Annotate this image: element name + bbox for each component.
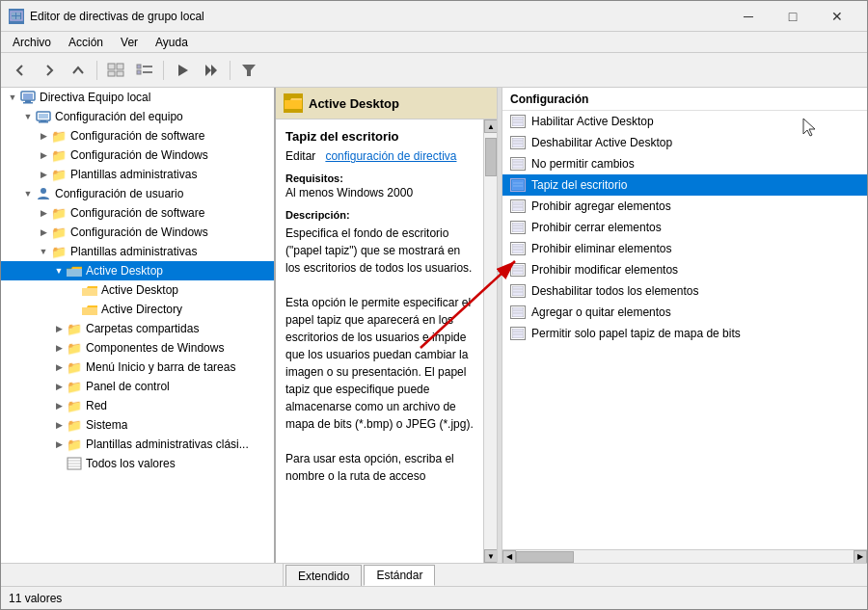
tree-carpetas[interactable]: ▶ 📁 Carpetas compartidas [1, 319, 274, 338]
scrollbar-thumb[interactable] [485, 138, 497, 176]
settings-item-1[interactable]: Deshabilitar Active Desktop [502, 132, 867, 153]
menu-accion[interactable]: Acción [61, 34, 111, 51]
plantillas-usuario-expander[interactable]: ▼ [36, 244, 51, 259]
item-icon-1 [510, 136, 526, 149]
menu-archivo[interactable]: Archivo [5, 34, 59, 51]
settings-item-10[interactable]: Permitir solo papel tapiz de mapa de bit… [502, 323, 867, 344]
menu-inicio-expander[interactable]: ▶ [51, 359, 67, 375]
tree-win-usuario[interactable]: ▶ 📁 Configuración de Windows [1, 223, 274, 242]
tree-equipo[interactable]: ▼ Configuración del equipo [1, 107, 274, 126]
usuario-expander[interactable]: ▼ [20, 186, 36, 201]
plantillas-clasicas-expander[interactable]: ▶ [51, 437, 67, 452]
componentes-expander[interactable]: ▶ [51, 340, 67, 356]
sw-usuario-expander[interactable]: ▶ [36, 205, 51, 221]
settings-item-2[interactable]: No permitir cambios [502, 153, 867, 174]
separator-1 [96, 61, 97, 80]
tree-plantillas-equipo[interactable]: ▶ 📁 Plantillas administrativas [1, 165, 274, 184]
sistema-expander[interactable]: ▶ [51, 417, 67, 433]
minimize-button[interactable]: ─ [726, 1, 771, 32]
forward-button[interactable] [36, 58, 63, 83]
active-desktop-parent-expander[interactable]: ▼ [51, 263, 67, 278]
usuario-icon [36, 186, 51, 201]
tree-sw-equipo[interactable]: ▶ 📁 Configuración de software [1, 126, 274, 146]
desc-description-section: Descripción: Especifica el fondo de escr… [285, 209, 474, 485]
tree-sistema[interactable]: ▶ 📁 Sistema [1, 415, 274, 435]
scrollbar-track[interactable] [484, 133, 497, 549]
sw-equipo-expander[interactable]: ▶ [36, 128, 51, 144]
filter-button[interactable] [235, 58, 262, 83]
tree-plantillas-usuario-label: Plantillas administrativas [70, 245, 197, 258]
hscroll-thumb[interactable] [516, 551, 574, 563]
carpetas-expander[interactable]: ▶ [51, 321, 67, 336]
folder-plantillas-icon: 📁 [51, 167, 67, 182]
item-icon-9 [510, 305, 526, 319]
plantillas-equipo-expander[interactable]: ▶ [36, 167, 51, 182]
tree-active-directory[interactable]: ▶ Active Directory [1, 300, 274, 319]
equipo-expander[interactable]: ▼ [20, 109, 36, 124]
settings-item-6[interactable]: Prohibir eliminar elementos [502, 238, 867, 259]
svg-rect-45 [512, 223, 524, 232]
tree-usuario-label: Configuración de usuario [55, 187, 183, 200]
menu-bar: Archivo Acción Ver Ayuda [1, 32, 867, 53]
up-button[interactable] [65, 58, 92, 83]
hscroll-right-btn[interactable]: ▶ [854, 550, 867, 564]
settings-item-3[interactable]: Tapiz del escritorio [502, 174, 867, 196]
tab-extendido[interactable]: Extendido [285, 565, 362, 586]
red-expander[interactable]: ▶ [51, 398, 67, 413]
app-icon [9, 9, 24, 24]
show-hide-button[interactable] [102, 58, 129, 83]
item-label-4: Prohibir agregar elementos [531, 199, 671, 213]
tree-active-desktop-child[interactable]: ▶ Active Desktop [1, 280, 274, 300]
menu-ver[interactable]: Ver [113, 34, 146, 51]
fastforward-button[interactable] [198, 58, 225, 83]
maximize-button[interactable]: □ [771, 1, 815, 32]
toolbar [1, 53, 867, 88]
tree-red[interactable]: ▶ 📁 Red [1, 396, 274, 415]
back-button[interactable] [7, 58, 34, 83]
details-button[interactable] [131, 58, 158, 83]
svg-rect-39 [512, 180, 524, 190]
tree-plantillas-usuario[interactable]: ▼ 📁 Plantillas administrativas [1, 242, 274, 261]
item-label-7: Prohibir modificar elementos [531, 263, 678, 277]
menu-ayuda[interactable]: Ayuda [148, 34, 196, 51]
scroll-up-btn[interactable]: ▲ [484, 119, 497, 133]
right-panel: Active Desktop Tapiz del escritorio Edit… [276, 88, 867, 563]
play-button[interactable] [169, 58, 196, 83]
tree-todos-valores[interactable]: ▶ Todos los valores [1, 454, 274, 473]
tree-usuario[interactable]: ▼ Configuración de usuario [1, 184, 274, 203]
tree-panel-control[interactable]: ▶ 📁 Panel de control [1, 377, 274, 396]
settings-item-9[interactable]: Agregar o quitar elementos [502, 302, 867, 323]
tree-active-directory-label: Active Directory [101, 303, 182, 316]
root-expander[interactable]: ▼ [5, 90, 20, 105]
hscroll-track[interactable] [516, 551, 854, 563]
tree-win-equipo-label: Configuración de Windows [70, 148, 208, 162]
tree-active-desktop-parent[interactable]: ▼ Active Desktop [1, 261, 274, 280]
win-usuario-expander[interactable]: ▶ [36, 225, 51, 240]
tab-extendido-label: Extendido [298, 570, 349, 583]
settings-item-8[interactable]: Deshabilitar todos los elementos [502, 280, 867, 302]
tree-sw-usuario[interactable]: ▶ 📁 Configuración de software [1, 203, 274, 223]
close-button[interactable]: ✕ [815, 1, 859, 32]
tree-menu-inicio[interactable]: ▶ 📁 Menú Inicio y barra de tareas [1, 358, 274, 377]
tree-plantillas-clasicas[interactable]: ▶ 📁 Plantillas administrativas clási... [1, 435, 274, 454]
desc-edit-link[interactable]: configuración de directiva [325, 149, 456, 163]
settings-item-0[interactable]: Habilitar Active Desktop [502, 111, 867, 132]
tree-root[interactable]: ▼ Directiva Equipo local [1, 88, 274, 107]
win-equipo-expander[interactable]: ▶ [36, 147, 51, 163]
tree-componentes[interactable]: ▶ 📁 Componentes de Windows [1, 338, 274, 358]
tree-equipo-label: Configuración del equipo [55, 110, 183, 123]
settings-item-4[interactable]: Prohibir agregar elementos [502, 196, 867, 217]
tree-win-equipo[interactable]: ▶ 📁 Configuración de Windows [1, 146, 274, 165]
tab-estandar[interactable]: Estándar [364, 565, 435, 586]
hscroll-left-btn[interactable]: ◀ [502, 550, 516, 564]
folder-win-icon: 📁 [51, 147, 67, 163]
scroll-down-btn[interactable]: ▼ [484, 549, 497, 563]
item-icon-4 [510, 199, 526, 213]
panel-control-expander[interactable]: ▶ [51, 379, 67, 394]
settings-item-7[interactable]: Prohibir modificar elementos [502, 259, 867, 280]
desc-req-label: Requisitos: [285, 172, 474, 184]
desc-req-value: Al menos Windows 2000 [285, 186, 474, 199]
item-label-5: Prohibir cerrar elementos [531, 221, 662, 234]
svg-rect-5 [108, 64, 115, 69]
settings-item-5[interactable]: Prohibir cerrar elementos [502, 217, 867, 238]
